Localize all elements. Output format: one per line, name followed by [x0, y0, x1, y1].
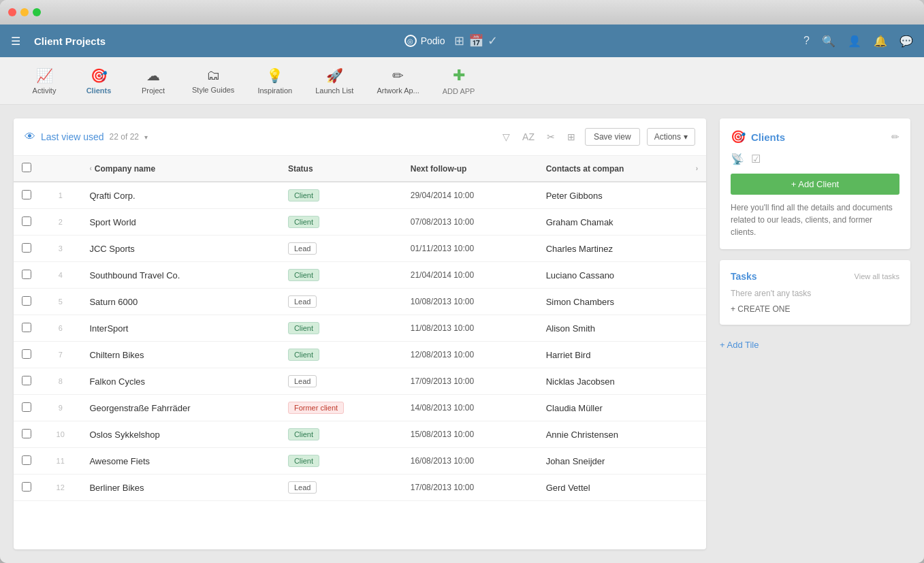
actions-chevron-icon: ▾ [684, 132, 688, 142]
user-icon[interactable]: 👤 [848, 35, 861, 48]
row-checkbox[interactable] [22, 243, 31, 253]
records-table: ‹ Company name Status Next follow-up Con… [14, 156, 706, 501]
row-checkbox[interactable] [22, 376, 31, 385]
add-tile-button[interactable]: + Add Tile [720, 336, 910, 354]
row-checkbox[interactable] [22, 296, 31, 306]
col-next-icon[interactable]: › [696, 165, 698, 172]
row-company[interactable]: Saturn 6000 [81, 289, 280, 315]
table-row: 3 JCC Sports Lead 01/11/2013 10:00 Charl… [14, 236, 706, 262]
row-checkbox[interactable] [22, 190, 31, 199]
table-row: 7 Chiltern Bikes Client 12/08/2013 10:00… [14, 342, 706, 368]
row-contact: Alison Smith [538, 315, 706, 342]
select-all-checkbox[interactable] [22, 163, 31, 172]
clients-description: Here you'll find all the details and doc… [731, 202, 899, 238]
row-status: Lead [280, 289, 402, 315]
filter-icon[interactable]: ▽ [500, 129, 513, 145]
row-followup: 10/08/2013 10:00 [402, 289, 538, 315]
row-company[interactable]: Chiltern Bikes [81, 342, 280, 368]
view-title[interactable]: 👁 Last view used 22 of 22 ▾ [25, 131, 148, 143]
search-icon[interactable]: 🔍 [822, 35, 835, 48]
view-all-tasks-link[interactable]: View all tasks [855, 272, 899, 280]
app-inspiration[interactable]: 💡 Inspiration [249, 63, 300, 99]
notifications-icon[interactable]: 🔔 [874, 35, 887, 48]
clients-icon: 🎯 [91, 67, 108, 84]
row-company[interactable]: JCC Sports [81, 236, 280, 262]
row-checkbox-cell [14, 236, 39, 262]
create-task-button[interactable]: + CREATE ONE [731, 304, 790, 314]
task-icon[interactable]: ☑ [751, 152, 761, 165]
title-bar [0, 0, 924, 25]
add-client-button[interactable]: + Add Client [731, 174, 899, 195]
add-app-button[interactable]: ✚ ADD APP [434, 63, 483, 99]
maximize-button[interactable] [33, 8, 41, 16]
header-actions: ▽ AZ ✂ ⊞ Save view Actions ▾ [500, 128, 695, 146]
close-button[interactable] [8, 8, 16, 16]
nav-check-icon[interactable]: ✓ [488, 33, 498, 48]
row-contact: Johan Sneijder [538, 448, 706, 474]
app-style-guides[interactable]: 🗂 Style Guides [184, 63, 242, 98]
status-badge: Client [288, 349, 319, 361]
row-contact: Nicklas Jacobsen [538, 368, 706, 395]
edit-icon[interactable]: ✏ [891, 131, 899, 142]
status-badge: Client [288, 322, 319, 334]
col-followup: Next follow-up [402, 156, 538, 182]
clients-card: 🎯 Clients ✏ 📡 ☑ + Add Client Here you'll… [720, 118, 910, 249]
tools-icon[interactable]: ✂ [544, 129, 558, 145]
podio-logo[interactable]: ◎ Podio [404, 35, 445, 47]
add-app-label: ADD APP [443, 87, 475, 95]
row-checkbox-cell [14, 289, 39, 315]
row-checkbox[interactable] [22, 482, 31, 492]
hamburger-icon[interactable]: ☰ [11, 35, 20, 48]
row-company[interactable]: Georgenstraße Fahrräder [81, 395, 280, 421]
row-company[interactable]: Qrafti Corp. [81, 182, 280, 209]
row-company[interactable]: Falkon Cycles [81, 368, 280, 395]
row-contact: Simon Chambers [538, 289, 706, 315]
table-row: 6 InterSport Client 11/08/2013 10:00 Ali… [14, 315, 706, 342]
row-company[interactable]: Berliner Bikes [81, 474, 280, 501]
row-num: 11 [39, 448, 81, 474]
row-num: 3 [39, 236, 81, 262]
row-checkbox[interactable] [22, 402, 31, 412]
table-row: 4 Southbound Travel Co. Client 21/04/201… [14, 262, 706, 289]
row-checkbox[interactable] [22, 323, 31, 332]
panel-header: 👁 Last view used 22 of 22 ▾ ▽ AZ ✂ ⊞ Sav… [14, 118, 706, 156]
nav-layers-icon[interactable]: ⊞ [454, 33, 464, 48]
row-checkbox[interactable] [22, 455, 31, 465]
save-view-button[interactable]: Save view [585, 128, 640, 146]
row-contact: Peter Gibbons [538, 182, 706, 209]
row-checkbox[interactable] [22, 429, 31, 438]
row-status: Client [280, 262, 402, 289]
app-activity[interactable]: 📈 Activity [20, 63, 68, 99]
help-icon[interactable]: ? [803, 35, 810, 47]
grid-icon[interactable]: ⊞ [564, 129, 578, 145]
status-badge: Client [288, 269, 319, 281]
nav-calendar-icon[interactable]: 📅 [468, 33, 483, 48]
col-prev-icon[interactable]: ‹ [89, 165, 91, 172]
artwork-label: Artwork Ap... [377, 86, 419, 95]
row-checkbox[interactable] [22, 349, 31, 359]
chat-icon[interactable]: 💬 [899, 35, 913, 48]
row-company[interactable]: Oslos Sykkelshop [81, 421, 280, 448]
row-status: Lead [280, 236, 402, 262]
app-clients[interactable]: 🎯 Clients [75, 63, 123, 99]
app-launch-list[interactable]: 🚀 Launch List [307, 63, 362, 99]
actions-button[interactable]: Actions ▾ [647, 128, 695, 146]
sort-icon[interactable]: AZ [520, 129, 537, 145]
row-company[interactable]: Sport World [81, 209, 280, 236]
actions-label: Actions [654, 132, 681, 142]
col-company[interactable]: ‹ Company name [81, 156, 280, 182]
row-checkbox[interactable] [22, 270, 31, 279]
row-company[interactable]: Southbound Travel Co. [81, 262, 280, 289]
minimize-button[interactable] [20, 8, 29, 16]
row-company[interactable]: InterSport [81, 315, 280, 342]
app-artwork[interactable]: ✏ Artwork Ap... [368, 63, 427, 99]
app-project[interactable]: ☁ Project [129, 63, 177, 99]
row-company[interactable]: Awesome Fiets [81, 448, 280, 474]
rss-icon[interactable]: 📡 [731, 152, 744, 165]
row-checkbox-cell [14, 342, 39, 368]
activity-label: Activity [33, 86, 57, 95]
tasks-title: Tasks [731, 271, 757, 282]
row-checkbox[interactable] [22, 216, 31, 226]
clients-label: Clients [86, 86, 112, 95]
tasks-empty-message: There aren't any tasks [731, 289, 899, 298]
